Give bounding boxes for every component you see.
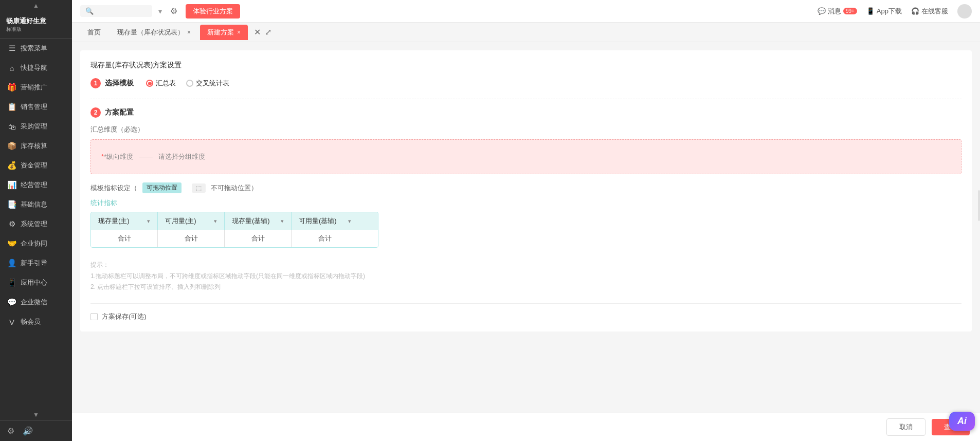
- minimize-icon[interactable]: ✕: [254, 27, 261, 37]
- sidebar-item-label: 企业微信: [21, 298, 47, 307]
- sidebar-item-marketing[interactable]: 🎁 营销推广: [0, 78, 72, 97]
- col-body-1: 合计: [158, 230, 225, 247]
- sidebar-item-label: 搜索菜单: [21, 44, 47, 53]
- page-title: 现存量(库存状况表)方案设置: [90, 61, 961, 70]
- headset-icon: 🎧: [911, 7, 919, 15]
- col-chevron-1[interactable]: ▾: [214, 218, 217, 225]
- col-chevron-2[interactable]: ▾: [281, 218, 284, 225]
- tab-new-scheme[interactable]: 新建方案 ×: [200, 25, 248, 40]
- stats-table-header: 现存量(主) ▾ 可用量(主) ▾ 现存量(基辅) ▾ 可用量(基辅): [91, 212, 378, 230]
- app-name: 畅康通好生意: [6, 16, 66, 26]
- sales-icon: 📋: [7, 102, 16, 112]
- app-download-label: App下载: [877, 7, 902, 16]
- save-checkbox[interactable]: [90, 313, 98, 320]
- purchase-icon: 🛍: [7, 122, 16, 131]
- step1-title: 选择模板: [105, 79, 134, 88]
- separator-1: [90, 99, 961, 99]
- sidebar-item-finance[interactable]: 💰 资金管理: [0, 156, 72, 175]
- dropdown-arrow-icon[interactable]: ▾: [158, 7, 162, 15]
- tab-home[interactable]: 首页: [80, 25, 108, 40]
- sidebar-item-quick-nav[interactable]: ⌂ 快捷导航: [0, 58, 72, 78]
- dimension-area[interactable]: **纵向维度 —— 请选择分组维度: [90, 139, 961, 174]
- sidebar-item-vip[interactable]: V 畅会员: [0, 312, 72, 332]
- col-header-3[interactable]: 可用量(基辅) ▾: [292, 212, 358, 230]
- col-header-label-3: 可用量(基辅): [299, 216, 337, 226]
- sidebar-item-label: 快捷导航: [21, 63, 47, 72]
- search-icon: 🔍: [85, 7, 94, 15]
- sidebar-item-search-menu[interactable]: ☰ 搜索菜单: [0, 39, 72, 58]
- col-header-1[interactable]: 可用量(主) ▾: [158, 212, 225, 230]
- sidebar-item-label: 新手引导: [21, 259, 47, 268]
- radio-summary-label: 汇总表: [156, 79, 176, 88]
- non-draggable-badge: ⬚: [192, 183, 206, 193]
- metrics-config-text: 模板指标设定（: [90, 183, 137, 193]
- step2-section: 2 方案配置 汇总维度（必选） **纵向维度 —— 请选择分组维度 模板指标设定…: [90, 107, 961, 293]
- ai-fab-button[interactable]: Ai: [949, 412, 975, 431]
- app-logo: 畅康通好生意 标准版: [0, 11, 72, 39]
- sidebar-item-wechat[interactable]: 💬 企业微信: [0, 292, 72, 312]
- notification-label: 消息: [828, 7, 841, 16]
- sidebar-nav: ☰ 搜索菜单 ⌂ 快捷导航 🎁 营销推广 📋 销售管理 🛍 采购管理 📦 库存核…: [0, 39, 72, 409]
- industry-btn[interactable]: 体验行业方案: [186, 4, 240, 19]
- sidebar-item-app-center[interactable]: 📱 应用中心: [0, 273, 72, 292]
- search-input[interactable]: [97, 8, 138, 15]
- sidebar-bottom: ⚙ 🔊: [0, 420, 72, 441]
- expand-icon[interactable]: ⤢: [265, 27, 271, 37]
- radio-summary[interactable]: 汇总表: [146, 79, 176, 88]
- sidebar-item-label: 销售管理: [21, 102, 47, 112]
- sidebar-item-label: 库存核算: [21, 141, 47, 151]
- sidebar-item-label: 采购管理: [21, 122, 47, 131]
- tab-new-scheme-close[interactable]: ×: [237, 29, 241, 36]
- sidebar-item-label: 系统管理: [21, 219, 47, 229]
- gear-icon[interactable]: ⚙: [168, 4, 179, 18]
- topbar-search-box[interactable]: 🔍: [80, 5, 152, 17]
- col-body-2: 合计: [225, 230, 292, 247]
- right-scrollbar[interactable]: [978, 190, 980, 221]
- sidebar-item-label: 资金管理: [21, 161, 47, 170]
- phone-icon: 📱: [866, 7, 875, 15]
- tab-inventory-close[interactable]: ×: [187, 29, 191, 36]
- online-service-btn[interactable]: 🎧 在线客服: [911, 7, 948, 16]
- tip-item-1: 2. 点击标题栏下拉可设置排序、插入列和删除列: [90, 282, 961, 293]
- inventory-icon: 📦: [7, 141, 16, 151]
- search-menu-icon: ☰: [7, 44, 16, 53]
- col-chevron-3[interactable]: ▾: [348, 218, 351, 225]
- notification-btn[interactable]: 💬 消息 99+: [818, 7, 857, 16]
- sidebar-item-purchase[interactable]: 🛍 采购管理: [0, 117, 72, 136]
- radio-crosstab-circle: [186, 80, 193, 87]
- stats-section-title: 统计指标: [90, 198, 961, 208]
- cancel-button[interactable]: 取消: [886, 418, 925, 436]
- tab-inventory[interactable]: 现存量（库存状况表） ×: [110, 25, 198, 40]
- stats-table: 现存量(主) ▾ 可用量(主) ▾ 现存量(基辅) ▾ 可用量(基辅): [90, 212, 378, 248]
- window-controls: ✕ ⤢: [254, 27, 271, 37]
- sidebar-item-operations[interactable]: 📊 经营管理: [0, 175, 72, 195]
- speaker-icon[interactable]: 🔊: [23, 426, 33, 436]
- col-header-0[interactable]: 现存量(主) ▾: [91, 212, 158, 230]
- sidebar-item-basics[interactable]: 📑 基础信息: [0, 195, 72, 214]
- draggable-badge: 可拖动位置: [142, 182, 182, 193]
- sidebar-scroll-up[interactable]: ▲: [0, 0, 72, 11]
- home-icon: ⌂: [7, 64, 16, 72]
- sidebar-item-inventory[interactable]: 📦 库存核算: [0, 136, 72, 156]
- settings-icon[interactable]: ⚙: [7, 426, 14, 436]
- col-header-2[interactable]: 现存量(基辅) ▾: [225, 212, 292, 230]
- newbie-icon: 👤: [7, 259, 16, 268]
- sidebar-item-system[interactable]: ⚙ 系统管理: [0, 214, 72, 234]
- avatar[interactable]: [957, 4, 972, 19]
- step1-number: 1: [90, 78, 101, 88]
- sidebar-scroll-down[interactable]: ▼: [0, 409, 72, 420]
- col-chevron-0[interactable]: ▾: [147, 218, 150, 225]
- radio-crosstab[interactable]: 交叉统计表: [186, 79, 229, 88]
- topbar-right: 💬 消息 99+ 📱 App下载 🎧 在线客服: [818, 4, 972, 19]
- sidebar-item-label: 经营管理: [21, 180, 47, 190]
- app-download-btn[interactable]: 📱 App下载: [866, 7, 902, 16]
- col-header-label-1: 可用量(主): [165, 216, 196, 226]
- tabbar: 首页 现存量（库存状况表） × 新建方案 × ✕ ⤢: [72, 23, 980, 42]
- dimension-placeholder: **纵向维度 —— 请选择分组维度: [101, 153, 205, 160]
- vip-icon: V: [7, 318, 16, 326]
- sidebar-item-newbie[interactable]: 👤 新手引导: [0, 253, 72, 273]
- sidebar-item-sales[interactable]: 📋 销售管理: [0, 97, 72, 117]
- col-body-3: 合计: [292, 230, 358, 247]
- sidebar-item-corporate[interactable]: 🤝 企业协同: [0, 234, 72, 253]
- sidebar: ▲ 畅康通好生意 标准版 ☰ 搜索菜单 ⌂ 快捷导航 🎁 营销推广 📋 销售管理…: [0, 0, 72, 441]
